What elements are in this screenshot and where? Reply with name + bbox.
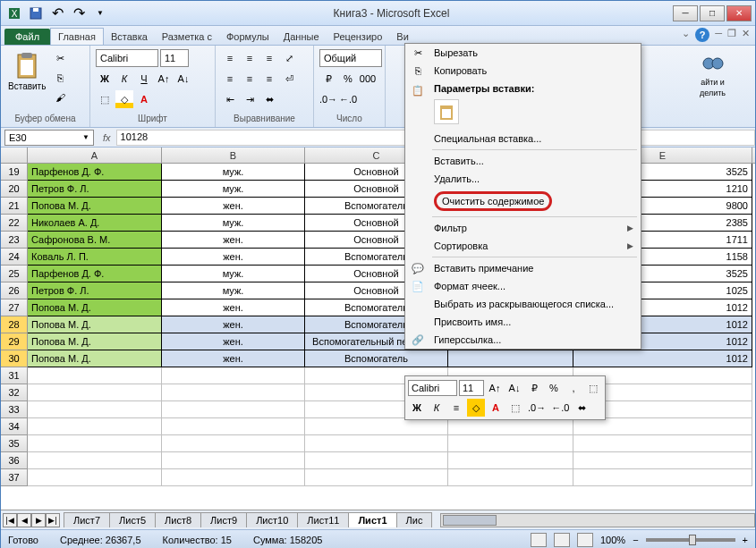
- name-box-dropdown-icon[interactable]: ▼: [82, 133, 89, 141]
- merge-icon[interactable]: ⬌: [260, 90, 278, 108]
- fill-color-icon[interactable]: ◇: [115, 90, 133, 108]
- help-icon[interactable]: ?: [695, 28, 709, 42]
- cell[interactable]: Попова М. Д.: [28, 350, 162, 367]
- mini-merge-icon[interactable]: ⬌: [573, 399, 590, 417]
- cell[interactable]: [28, 384, 162, 401]
- minimize-button[interactable]: ─: [673, 5, 698, 21]
- align-middle-icon[interactable]: ≡: [241, 49, 259, 67]
- cell[interactable]: Попова М. Д.: [28, 316, 162, 333]
- cell[interactable]: [162, 418, 305, 435]
- cell[interactable]: жен.: [162, 350, 305, 367]
- row-header[interactable]: 23: [1, 232, 28, 249]
- cell[interactable]: муж.: [162, 215, 305, 232]
- cell[interactable]: [305, 435, 448, 452]
- ctx-delete[interactable]: Удалить...: [405, 170, 641, 188]
- cell[interactable]: Коваль Л. П.: [28, 249, 162, 266]
- cell[interactable]: Попова М. Д.: [28, 198, 162, 215]
- maximize-button[interactable]: □: [700, 5, 725, 21]
- row-header[interactable]: 26: [1, 282, 28, 299]
- sheet-tab[interactable]: Лист7: [64, 512, 110, 527]
- row-header[interactable]: 28: [1, 316, 28, 333]
- sheet-nav-last[interactable]: ▶|: [46, 513, 60, 527]
- increase-indent-icon[interactable]: ⇥: [241, 90, 259, 108]
- ctx-copy[interactable]: ⎘Копировать: [405, 62, 641, 80]
- ctx-sort[interactable]: Сортировка▶: [405, 237, 641, 255]
- cell[interactable]: [28, 418, 162, 435]
- row-header[interactable]: 25: [1, 266, 28, 282]
- italic-button[interactable]: К: [115, 70, 133, 88]
- sheet-nav-prev[interactable]: ◀: [17, 513, 31, 527]
- doc-minimize-icon[interactable]: ─: [715, 28, 722, 42]
- row-header[interactable]: 37: [1, 469, 28, 486]
- worksheet-grid[interactable]: ABCDE 19Парфенов Д. Ф.муж.Основной352520…: [1, 148, 755, 510]
- cell[interactable]: [28, 452, 162, 469]
- cell[interactable]: 1012: [573, 350, 752, 367]
- sheet-tab[interactable]: Лист11: [297, 512, 349, 527]
- align-bottom-icon[interactable]: ≡: [260, 49, 278, 67]
- row-header[interactable]: 35: [1, 435, 28, 452]
- cell[interactable]: [162, 384, 305, 401]
- mini-comma-icon[interactable]: ,: [565, 379, 582, 397]
- cell[interactable]: [573, 469, 752, 486]
- cell[interactable]: [573, 418, 752, 435]
- cell[interactable]: Петров Ф. Л.: [28, 181, 162, 198]
- mini-font-combo[interactable]: [408, 380, 457, 396]
- sheet-tab[interactable]: Лис: [396, 512, 433, 527]
- cell[interactable]: Сафронова В. М.: [28, 232, 162, 249]
- font-name-combo[interactable]: [96, 49, 158, 67]
- find-select-button[interactable]: айти и делить: [698, 49, 727, 99]
- row-header[interactable]: 33: [1, 401, 28, 418]
- zoom-level[interactable]: 100%: [600, 535, 625, 545]
- row-header[interactable]: 31: [1, 367, 28, 384]
- ctx-cut[interactable]: ✂Вырезать: [405, 44, 641, 62]
- paste-button[interactable]: Вставить: [6, 49, 47, 93]
- select-all-corner[interactable]: [1, 148, 28, 163]
- cell[interactable]: Попова М. Д.: [28, 333, 162, 350]
- scroll-thumb[interactable]: [443, 515, 497, 526]
- sheet-tab[interactable]: Лист8: [155, 512, 201, 527]
- column-header-B[interactable]: B: [162, 148, 305, 163]
- number-format-combo[interactable]: [319, 49, 382, 67]
- align-left-icon[interactable]: ≡: [221, 70, 239, 88]
- mini-format-icon[interactable]: ⬚: [584, 379, 602, 397]
- mini-border-icon[interactable]: ⬚: [506, 399, 524, 417]
- ribbon-minimize-icon[interactable]: ⌄: [682, 28, 690, 42]
- cell[interactable]: Вспомогатель: [305, 350, 448, 367]
- row-header[interactable]: 21: [1, 198, 28, 215]
- undo-icon[interactable]: ↶: [47, 4, 67, 23]
- format-painter-icon[interactable]: 🖌: [51, 89, 69, 106]
- percent-icon[interactable]: %: [339, 70, 357, 88]
- cell[interactable]: [448, 469, 573, 486]
- cell[interactable]: муж.: [162, 181, 305, 198]
- cell[interactable]: [448, 435, 573, 452]
- ctx-pick-from-list[interactable]: Выбрать из раскрывающегося списка...: [405, 295, 641, 313]
- cell[interactable]: Николаев А. Д.: [28, 215, 162, 232]
- font-size-combo[interactable]: [160, 49, 189, 67]
- row-header[interactable]: 24: [1, 249, 28, 266]
- mini-size-combo[interactable]: [459, 380, 484, 396]
- sheet-tab[interactable]: Лист1: [348, 512, 396, 527]
- border-icon[interactable]: ⬚: [96, 90, 114, 108]
- comma-icon[interactable]: 000: [359, 70, 377, 88]
- cell[interactable]: [448, 350, 573, 367]
- tab-formulas[interactable]: Формулы: [219, 29, 276, 45]
- ctx-filter[interactable]: Фильтр▶: [405, 219, 641, 237]
- ctx-format-cells[interactable]: 📄Формат ячеек...: [405, 277, 641, 295]
- cut-icon[interactable]: ✂: [51, 49, 69, 67]
- redo-icon[interactable]: ↷: [69, 4, 89, 23]
- ctx-paste-special[interactable]: Специальная вставка...: [405, 130, 641, 148]
- tab-review[interactable]: Рецензиро: [327, 29, 390, 45]
- row-header[interactable]: 27: [1, 299, 28, 316]
- cell[interactable]: Парфенов Д. Ф.: [28, 164, 162, 181]
- font-color-icon[interactable]: A: [135, 90, 153, 108]
- fx-icon[interactable]: fx: [103, 132, 111, 143]
- cell[interactable]: жен.: [162, 316, 305, 333]
- align-right-icon[interactable]: ≡: [260, 70, 278, 88]
- mini-font-color-icon[interactable]: A: [487, 399, 505, 417]
- ctx-hyperlink[interactable]: 🔗Гиперссылка...: [405, 331, 641, 349]
- mini-percent-icon[interactable]: %: [545, 379, 563, 397]
- doc-restore-icon[interactable]: ❐: [727, 28, 736, 42]
- row-header[interactable]: 34: [1, 418, 28, 435]
- cell[interactable]: [162, 401, 305, 418]
- sheet-tab[interactable]: Лист10: [246, 512, 298, 527]
